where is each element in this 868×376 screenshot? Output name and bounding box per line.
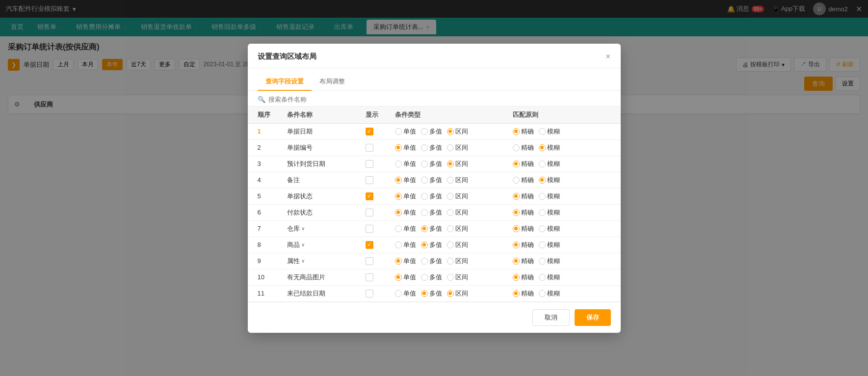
checkbox-unchecked[interactable] <box>366 290 373 297</box>
match-rule-fuzzy[interactable]: 模糊 <box>539 241 560 249</box>
radio-circle <box>395 128 402 135</box>
checkbox-checked[interactable] <box>366 241 373 249</box>
match-rule-fuzzy[interactable]: 模糊 <box>539 160 560 168</box>
condition-type-range[interactable]: 区间 <box>447 176 468 185</box>
match-rule-fuzzy-label: 模糊 <box>547 241 560 249</box>
condition-type-single[interactable]: 单值 <box>395 143 416 152</box>
condition-type-range[interactable]: 区间 <box>447 127 468 136</box>
match-rule-exact[interactable]: 精确 <box>513 208 534 217</box>
condition-type-multi[interactable]: 多值 <box>421 241 442 249</box>
row-display-checkbox[interactable] <box>366 257 395 265</box>
condition-type-single-label: 单值 <box>403 241 416 249</box>
condition-type-multi[interactable]: 多值 <box>421 143 442 152</box>
condition-type-multi[interactable]: 多值 <box>421 160 442 168</box>
checkbox-checked[interactable] <box>366 128 373 135</box>
checkbox-unchecked[interactable] <box>366 209 373 216</box>
checkbox-unchecked[interactable] <box>366 273 373 281</box>
radio-circle <box>513 161 520 167</box>
match-rule-exact[interactable]: 精确 <box>513 241 534 249</box>
row-condition-name: 付款状态 <box>287 208 366 217</box>
condition-type-range[interactable]: 区间 <box>447 257 468 266</box>
row-display-checkbox[interactable] <box>366 241 395 249</box>
cancel-btn[interactable]: 取消 <box>532 309 570 326</box>
checkbox-checked[interactable] <box>366 192 373 200</box>
checkbox-unchecked[interactable] <box>366 144 373 152</box>
condition-type-single[interactable]: 单值 <box>395 160 416 168</box>
condition-type-multi[interactable]: 多值 <box>421 176 442 185</box>
search-input[interactable] <box>268 96 611 103</box>
condition-type-range[interactable]: 区间 <box>447 224 468 233</box>
match-rule-fuzzy[interactable]: 模糊 <box>539 143 560 152</box>
dialog-tab-query-fields[interactable]: 查询字段设置 <box>258 73 312 91</box>
radio-circle <box>539 144 546 151</box>
match-rule-exact[interactable]: 精确 <box>513 257 534 266</box>
row-condition-type: 单值多值区间 <box>395 143 513 152</box>
condition-type-single[interactable]: 单值 <box>395 273 416 282</box>
condition-type-range[interactable]: 区间 <box>447 208 468 217</box>
row-display-checkbox[interactable] <box>366 176 395 184</box>
row-display-checkbox[interactable] <box>366 225 395 233</box>
match-rule-exact[interactable]: 精确 <box>513 289 534 298</box>
checkbox-unchecked[interactable] <box>366 257 373 265</box>
radio-circle <box>421 290 428 297</box>
checkbox-unchecked[interactable] <box>366 225 373 233</box>
row-display-checkbox[interactable] <box>366 160 395 168</box>
save-btn[interactable]: 保存 <box>575 309 611 326</box>
condition-type-multi[interactable]: 多值 <box>421 192 442 201</box>
condition-type-range[interactable]: 区间 <box>447 273 468 282</box>
condition-type-range[interactable]: 区间 <box>447 143 468 152</box>
row-display-checkbox[interactable] <box>366 273 395 281</box>
row-display-checkbox[interactable] <box>366 144 395 152</box>
row-display-checkbox[interactable] <box>366 128 395 135</box>
match-rule-fuzzy[interactable]: 模糊 <box>539 224 560 233</box>
match-rule-fuzzy[interactable]: 模糊 <box>539 289 560 298</box>
condition-type-range[interactable]: 区间 <box>447 192 468 201</box>
condition-type-single[interactable]: 单值 <box>395 257 416 266</box>
radio-circle <box>447 193 454 200</box>
match-rule-exact-label: 精确 <box>521 143 534 152</box>
condition-type-single[interactable]: 单值 <box>395 176 416 185</box>
radio-circle <box>421 193 428 200</box>
condition-type-multi[interactable]: 多值 <box>421 289 442 298</box>
condition-type-single[interactable]: 单值 <box>395 127 416 136</box>
row-display-checkbox[interactable] <box>366 192 395 200</box>
condition-type-single[interactable]: 单值 <box>395 208 416 217</box>
checkbox-unchecked[interactable] <box>366 176 373 184</box>
condition-type-multi[interactable]: 多值 <box>421 273 442 282</box>
condition-type-single[interactable]: 单值 <box>395 192 416 201</box>
condition-type-range[interactable]: 区间 <box>447 241 468 249</box>
dialog-close-btn[interactable]: × <box>605 52 611 62</box>
match-rule-fuzzy[interactable]: 模糊 <box>539 127 560 136</box>
match-rule-fuzzy[interactable]: 模糊 <box>539 176 560 185</box>
match-rule-exact[interactable]: 精确 <box>513 273 534 282</box>
row-display-checkbox[interactable] <box>366 290 395 297</box>
condition-type-multi[interactable]: 多值 <box>421 127 442 136</box>
table-row: 8商品 ∨单值多值区间精确模糊 <box>248 237 621 253</box>
match-rule-exact[interactable]: 精确 <box>513 143 534 152</box>
radio-circle <box>513 258 520 265</box>
condition-type-range[interactable]: 区间 <box>447 289 468 298</box>
condition-type-range[interactable]: 区间 <box>447 160 468 168</box>
match-rule-exact[interactable]: 精确 <box>513 176 534 185</box>
condition-type-multi[interactable]: 多值 <box>421 257 442 266</box>
row-match-rule: 精确模糊 <box>513 127 611 136</box>
checkbox-unchecked[interactable] <box>366 160 373 168</box>
condition-type-multi[interactable]: 多值 <box>421 208 442 217</box>
match-rule-exact[interactable]: 精确 <box>513 224 534 233</box>
row-order-num: 1 <box>258 128 287 135</box>
condition-type-single[interactable]: 单值 <box>395 289 416 298</box>
match-rule-fuzzy[interactable]: 模糊 <box>539 257 560 266</box>
dialog-tab-layout[interactable]: 布局调整 <box>312 73 353 91</box>
match-rule-exact[interactable]: 精确 <box>513 192 534 201</box>
condition-type-single[interactable]: 单值 <box>395 224 416 233</box>
row-display-checkbox[interactable] <box>366 209 395 216</box>
match-rule-fuzzy[interactable]: 模糊 <box>539 208 560 217</box>
radio-circle <box>447 258 454 265</box>
match-rule-fuzzy[interactable]: 模糊 <box>539 273 560 282</box>
condition-type-multi[interactable]: 多值 <box>421 224 442 233</box>
match-rule-exact[interactable]: 精确 <box>513 160 534 168</box>
match-rule-fuzzy[interactable]: 模糊 <box>539 192 560 201</box>
radio-circle <box>447 290 454 297</box>
condition-type-single[interactable]: 单值 <box>395 241 416 249</box>
match-rule-exact[interactable]: 精确 <box>513 127 534 136</box>
